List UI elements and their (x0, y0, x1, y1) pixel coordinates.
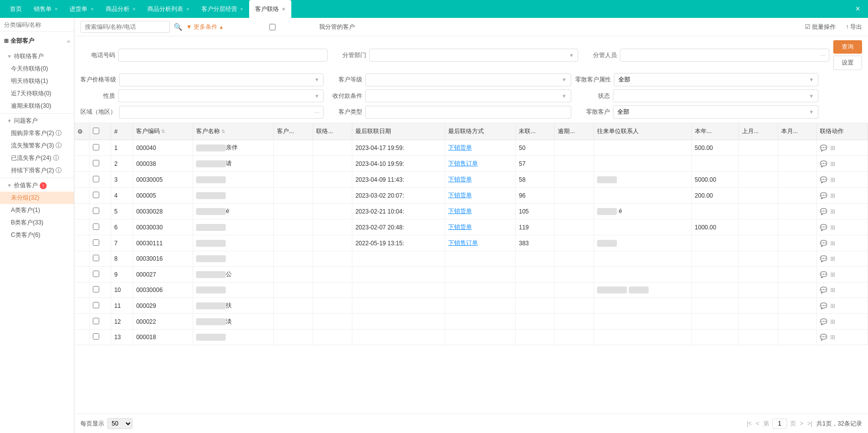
export-button[interactable]: ↑ 导出 (846, 23, 862, 31)
retail-attr-input[interactable]: 全部▼ (614, 73, 818, 86)
payment-input[interactable]: ▼ (365, 89, 571, 102)
chat-icon[interactable]: 💬 (820, 144, 827, 151)
sidebar-item-7days[interactable]: 近7天待联络(0) (0, 87, 74, 100)
sidebar-search-input[interactable] (4, 21, 74, 28)
last-method-link[interactable]: 下销售订单 (448, 160, 478, 167)
tab-product-analysis[interactable]: 商品分析 × (100, 0, 141, 18)
chat-icon[interactable]: 💬 (820, 160, 827, 167)
chat-icon[interactable]: 💬 (820, 302, 827, 309)
dept-input[interactable]: ▼ (369, 49, 579, 62)
sidebar-item-class-c[interactable]: C类客户(6) (0, 229, 74, 241)
tab-sales[interactable]: 销售单 × (28, 0, 64, 18)
sidebar-group-value[interactable]: ▼ 价值客户 ! (0, 179, 74, 192)
sidebar-item-lost[interactable]: 已流失客户(24) ⓘ (0, 152, 74, 164)
sidebar-group-pending[interactable]: ▼ 待联络客户 (0, 50, 74, 63)
more-icon[interactable]: ⊞ (830, 334, 835, 341)
tab-purchase[interactable]: 进货单 × (64, 0, 99, 18)
last-method-link[interactable]: 下销售订单 (448, 239, 478, 246)
th-this-year[interactable]: 本年... (691, 123, 738, 140)
row-checkbox[interactable] (93, 192, 99, 198)
row-checkbox[interactable] (93, 318, 99, 324)
chat-icon[interactable]: 💬 (820, 208, 827, 215)
query-button[interactable]: 查询 (833, 40, 862, 54)
chat-icon[interactable]: 💬 (820, 192, 827, 199)
last-method-link[interactable]: 下销货单 (448, 208, 472, 215)
row-checkbox[interactable] (93, 271, 99, 277)
row-checkbox[interactable] (93, 160, 99, 166)
th-this-month[interactable]: 本月... (778, 123, 817, 140)
sidebar-item-overdue[interactable]: 逾期未联络(30) (0, 100, 74, 112)
tab-sales-close[interactable]: × (55, 6, 58, 12)
chat-icon[interactable]: 💬 (820, 176, 827, 183)
row-checkbox[interactable] (93, 302, 99, 308)
batch-op-button[interactable]: ☑ 批量操作 (805, 23, 836, 31)
tab-customer-contact[interactable]: 客户联络 × (249, 0, 291, 18)
more-icon[interactable]: ⊞ (830, 318, 835, 325)
status-input[interactable]: ▼ (613, 89, 818, 102)
manager-input[interactable]: ··· (620, 49, 829, 62)
row-checkbox[interactable] (93, 239, 99, 246)
th-name[interactable]: 客户名称⇅ (193, 123, 274, 140)
row-checkbox[interactable] (93, 223, 99, 230)
next-page-button[interactable]: > (799, 420, 804, 427)
sidebar-item-class-a[interactable]: A类客户(1) (0, 204, 74, 216)
sidebar-item-churn-warning[interactable]: 流失预警客户(3) ⓘ (0, 140, 74, 152)
row-checkbox[interactable] (93, 286, 99, 292)
more-icon[interactable]: ⊞ (830, 287, 835, 293)
more-icon[interactable]: ⊞ (830, 240, 835, 247)
more-icon[interactable]: ⊞ (830, 192, 835, 199)
more-icon[interactable]: ⊞ (830, 224, 835, 231)
chat-icon[interactable]: 💬 (820, 240, 827, 247)
per-page-select[interactable]: 50 100 200 (107, 418, 133, 429)
customer-level-input[interactable]: ▼ (365, 73, 571, 86)
th-type[interactable]: 客户... (274, 123, 313, 140)
all-customers-header[interactable]: ⊞ 全部客户 « (0, 34, 74, 48)
th-last-date[interactable]: 最后联联日期 (352, 123, 445, 140)
more-icon[interactable]: ⊞ (830, 255, 835, 262)
last-method-link[interactable]: 下销货单 (448, 144, 472, 151)
th-overdue[interactable]: 逾期... (555, 123, 594, 140)
my-customers-checkbox[interactable] (228, 24, 317, 30)
more-conditions-button[interactable]: ▼ 更多条件 ▲ (186, 23, 224, 31)
row-checkbox[interactable] (93, 333, 99, 340)
th-checkbox[interactable] (89, 123, 111, 140)
th-unit-contact[interactable]: 往来单位联系人 (594, 123, 691, 140)
tab-product-list[interactable]: 商品分析列表 × (141, 0, 195, 18)
tab-product-analysis-close[interactable]: × (133, 6, 135, 12)
more-icon[interactable]: ⊞ (830, 160, 835, 167)
more-icon[interactable]: ⊞ (830, 302, 835, 309)
sidebar-item-ungroup[interactable]: 未分组(32) (0, 192, 74, 204)
chat-icon[interactable]: 💬 (820, 255, 827, 262)
row-checkbox[interactable] (93, 208, 99, 214)
th-code[interactable]: 客户编码⇅ (133, 123, 193, 140)
phone-input[interactable] (118, 49, 328, 62)
sidebar-item-abnormal[interactable]: 囤购异常客户(2) ⓘ (0, 127, 74, 140)
th-last-method[interactable]: 最后联络方式 (445, 123, 516, 140)
window-close-button[interactable]: × (852, 4, 864, 13)
th-contact[interactable]: 联络... (313, 123, 352, 140)
sidebar-item-declining[interactable]: 持续下滑客户(2) ⓘ (0, 164, 74, 177)
price-level-input[interactable]: ▼ (119, 73, 324, 86)
th-last-month[interactable]: 上月... (738, 123, 778, 140)
chat-icon[interactable]: 💬 (820, 287, 827, 293)
row-checkbox[interactable] (93, 255, 99, 261)
search-button[interactable]: 🔍 (174, 23, 182, 31)
last-page-button[interactable]: >| (806, 420, 813, 427)
customer-type-input[interactable] (365, 106, 571, 119)
last-method-link[interactable]: 下销货单 (448, 192, 472, 199)
nature-input[interactable]: ▼ (118, 89, 324, 102)
chat-icon[interactable]: 💬 (820, 224, 827, 231)
tab-purchase-close[interactable]: × (90, 6, 93, 12)
page-input[interactable] (772, 419, 787, 429)
sidebar-item-today[interactable]: 今天待联络(0) (0, 63, 74, 75)
sidebar-group-problem[interactable]: ▼ 问题客户 (0, 115, 74, 127)
chat-icon[interactable]: 💬 (820, 334, 827, 341)
tab-product-list-close[interactable]: × (186, 6, 189, 12)
my-customers-checkbox-label[interactable]: 我分管的客户 (228, 23, 355, 31)
reset-button[interactable]: 设置 (833, 56, 862, 70)
region-input[interactable]: ··· (119, 106, 324, 119)
row-checkbox[interactable] (93, 176, 99, 182)
th-settings[interactable]: ⚙ (74, 123, 89, 140)
tab-customer-contact-close[interactable]: × (282, 6, 285, 12)
more-icon[interactable]: ⊞ (830, 144, 835, 151)
